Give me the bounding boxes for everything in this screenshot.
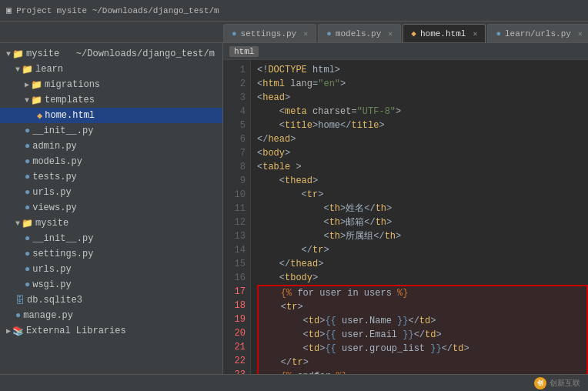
sidebar-label: db.sqlite3 — [27, 295, 82, 306]
py-file-icon: ● — [25, 279, 30, 290]
code-line-14: </tr> — [257, 243, 588, 257]
sidebar-label: settings.py — [32, 249, 93, 259]
sidebar-label: migrations — [45, 79, 100, 90]
sidebar-item-home-html[interactable]: ◆ home.html — [0, 108, 222, 123]
tab-bar: ● settings.py ✕ ● models.py ✕ ◆ home.htm… — [0, 22, 588, 43]
code-line-1: <!DOCTYPE html> — [257, 63, 588, 77]
sidebar-item-settings-py[interactable]: ● settings.py — [0, 246, 222, 262]
py-icon: ● — [232, 29, 237, 38]
expand-arrow-icon: ▼ — [6, 50, 11, 58]
sidebar-label: manage.py — [23, 310, 73, 321]
code-line-23: {% endfor %} — [259, 369, 586, 374]
sidebar-label: wsgi.py — [32, 279, 71, 290]
py-file-icon: ● — [25, 156, 30, 167]
code-line-17: {% for user in users %} — [259, 286, 586, 300]
sidebar-item-tests-py[interactable]: ● tests.py — [0, 169, 222, 185]
folder-icon: 📁 — [22, 64, 33, 75]
sidebar-item-db-sqlite3[interactable]: 🗄 db.sqlite3 — [0, 292, 222, 308]
py-file-icon: ● — [25, 264, 30, 275]
close-icon[interactable]: ✕ — [473, 29, 477, 38]
code-line-18: <tr> — [259, 300, 586, 314]
sidebar-item-templates[interactable]: ▼ 📁 templates — [0, 92, 222, 108]
py-icon: ● — [496, 29, 501, 38]
watermark: 创 创新互联 — [534, 377, 580, 389]
tab-learn-urls-py[interactable]: ● learn/urls.py ✕ — [487, 24, 588, 42]
title-bar-content: ▣ Project mysite ~/Downloads/django_test… — [6, 5, 219, 16]
html-file-icon: ◆ — [37, 110, 42, 122]
watermark-text: 创新互联 — [550, 378, 580, 389]
sidebar-item-manage-py[interactable]: ● manage.py — [0, 308, 222, 323]
breadcrumb-bar: html — [223, 43, 588, 60]
code-line-16: <tbody> — [257, 271, 588, 285]
py-icon: ● — [326, 29, 332, 38]
code-line-4: <meta charset="UTF-8"> — [257, 105, 588, 119]
line-numbers: 1 2 3 4 5 6 7 8 9 10 11 12 13 14 15 16 1 — [223, 60, 251, 374]
code-line-19: <td>{{ user.Name }}</td> — [259, 314, 586, 328]
folder-icon: 📁 — [12, 48, 24, 60]
tab-label: models.py — [336, 29, 381, 38]
code-line-15: </thead> — [257, 257, 588, 271]
sidebar-item-mysite-inner[interactable]: ▼ 📁 mysite — [0, 216, 222, 231]
tab-settings-py[interactable]: ● settings.py ✕ — [223, 24, 316, 42]
close-icon[interactable]: ✕ — [578, 29, 583, 38]
folder-icon: 📁 — [22, 218, 33, 229]
code-line-21: <td>{{ user.group_list }}</td> — [259, 342, 586, 356]
project-icon: ▣ — [6, 5, 12, 16]
bottom-bar: 创 创新互联 — [0, 374, 588, 391]
expand-arrow-icon: ▼ — [25, 96, 29, 105]
code-lines: 1 2 3 4 5 6 7 8 9 10 11 12 13 14 15 16 1 — [223, 60, 588, 374]
main-layout: ▼ 📁 mysite ~/Downloads/django_test/m ▼ 📁… — [0, 43, 588, 374]
py-file-icon: ● — [25, 202, 30, 213]
py-file-icon: ● — [25, 141, 30, 152]
code-line-2: <html lang="en"> — [257, 77, 588, 91]
sidebar-label: __init__.py — [32, 233, 93, 244]
code-line-13: <th>所属组</th> — [257, 229, 588, 243]
project-path: mysite ~/Downloads/django_test/m — [56, 6, 219, 15]
expand-arrow-icon: ▼ — [15, 65, 20, 74]
sidebar-item-models-py[interactable]: ● models.py — [0, 154, 222, 169]
sidebar-item-init-learn[interactable]: ● __init__.py — [0, 123, 222, 139]
py-file-icon: ● — [25, 233, 30, 244]
close-icon[interactable]: ✕ — [303, 29, 308, 38]
folder-icon: 📁 — [31, 79, 42, 91]
sidebar-item-admin-py[interactable]: ● admin.py — [0, 139, 222, 154]
code-line-22: </tr> — [259, 356, 586, 369]
code-content[interactable]: <!DOCTYPE html> <html lang="en"> <head> … — [251, 60, 588, 374]
sidebar-label: urls.py — [32, 264, 71, 275]
sidebar-item-external-libs[interactable]: ▶ 📚 External Libraries — [0, 323, 222, 339]
tab-home-html[interactable]: ◆ home.html ✕ — [403, 24, 486, 42]
code-line-8: <table > — [257, 160, 588, 174]
sidebar-item-mysite-root[interactable]: ▼ 📁 mysite ~/Downloads/django_test/m — [0, 46, 222, 62]
sidebar-label: mysite — [35, 218, 68, 229]
code-line-20: <td>{{ user.Email }}</td> — [259, 328, 586, 342]
tab-models-py[interactable]: ● models.py ✕ — [318, 24, 401, 42]
close-icon[interactable]: ✕ — [388, 29, 393, 38]
breadcrumb-html-tag: html — [229, 46, 259, 57]
sidebar-item-urls-mysite[interactable]: ● urls.py — [0, 262, 222, 277]
sidebar-item-views-py[interactable]: ● views.py — [0, 200, 222, 216]
sidebar-label: tests.py — [32, 172, 77, 182]
html-icon: ◆ — [411, 28, 416, 38]
sidebar-item-wsgi-py[interactable]: ● wsgi.py — [0, 277, 222, 292]
code-editor[interactable]: 1 2 3 4 5 6 7 8 9 10 11 12 13 14 15 16 1 — [223, 60, 588, 374]
code-line-11: <th>姓名</th> — [257, 202, 588, 216]
py-file-icon: ● — [25, 172, 30, 182]
expand-arrow-icon: ▶ — [6, 326, 11, 336]
editor-area: html 1 2 3 4 5 6 7 8 9 10 11 12 — [223, 43, 588, 374]
py-file-icon: ● — [15, 310, 21, 321]
expand-arrow-icon: ▶ — [25, 80, 29, 89]
sidebar-label: urls.py — [32, 187, 71, 198]
py-file-icon: ● — [25, 249, 30, 259]
sidebar-item-init-mysite[interactable]: ● __init__.py — [0, 231, 222, 246]
folder-icon: 📁 — [31, 95, 42, 106]
sidebar-label: mysite ~/Downloads/django_test/m — [26, 48, 215, 59]
title-bar: ▣ Project mysite ~/Downloads/django_test… — [0, 0, 588, 22]
sidebar-item-learn[interactable]: ▼ 📁 learn — [0, 62, 222, 77]
watermark-logo: 创 — [534, 377, 546, 389]
db-file-icon: 🗄 — [15, 295, 25, 306]
sidebar-item-migrations[interactable]: ▶ 📁 migrations — [0, 77, 222, 92]
code-line-10: <tr> — [257, 188, 588, 202]
sidebar-label: External Libraries — [26, 326, 126, 336]
code-line-5: <title>home</title> — [257, 119, 588, 132]
sidebar-item-urls-py[interactable]: ● urls.py — [0, 185, 222, 200]
